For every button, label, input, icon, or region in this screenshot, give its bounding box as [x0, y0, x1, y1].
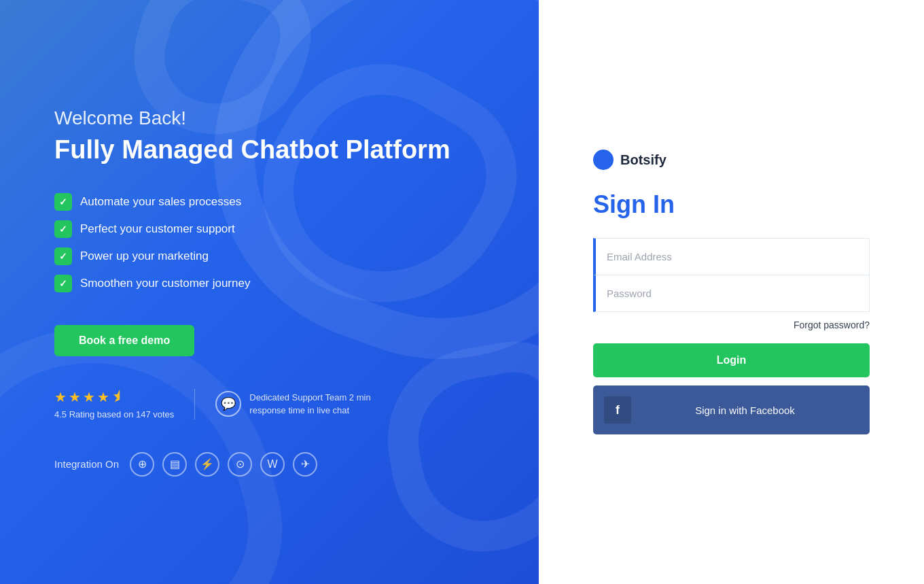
facebook-login-button[interactable]: f Sign in with Facebook — [593, 385, 870, 434]
chat-icon-integration: ▤ — [162, 452, 187, 477]
left-panel: Welcome Back! Fully Managed Chatbot Plat… — [0, 0, 539, 584]
feature-item-1: ✓ Automate your sales processes — [54, 193, 484, 211]
stats-row: ★ ★ ★ ★ ⯨ 4.5 Rating based on 147 votes … — [54, 389, 484, 419]
feature-item-3: ✓ Power up your marketing — [54, 247, 484, 265]
feature-item-4: ✓ Smoothen your customer journey — [54, 275, 484, 292]
support-text: Dedicated Support Team 2 minresponse tim… — [249, 391, 370, 417]
check-icon-4: ✓ — [54, 275, 72, 292]
feature-item-2: ✓ Perfect your customer support — [54, 220, 484, 238]
globe-icon: ⊙ — [228, 452, 252, 477]
forgot-password-row: Forgot password? — [593, 319, 870, 331]
support-block: 💬 Dedicated Support Team 2 minresponse t… — [195, 391, 370, 417]
logo-text: Botsify — [620, 152, 667, 168]
integration-icons: ⊕ ▤ ⚡ ⊙ W ✈ — [130, 452, 317, 477]
star-4: ★ — [97, 389, 109, 405]
star-2: ★ — [69, 389, 81, 405]
check-icon-3: ✓ — [54, 247, 72, 265]
email-input[interactable] — [596, 239, 869, 275]
facebook-button-label: Sign in with Facebook — [631, 405, 859, 416]
integration-label: Integration On — [54, 458, 119, 470]
check-icon-2: ✓ — [54, 220, 72, 238]
rating-block: ★ ★ ★ ★ ⯨ 4.5 Rating based on 147 votes — [54, 389, 195, 419]
whatsapp-icon: ⊕ — [130, 452, 154, 477]
login-form — [593, 238, 870, 312]
star-1: ★ — [54, 389, 67, 405]
chat-icon: 💬 — [215, 391, 241, 417]
logo-icon — [593, 150, 614, 170]
facebook-icon: f — [604, 396, 631, 424]
logo-row: Botsify — [593, 150, 870, 170]
check-icon-1: ✓ — [54, 193, 72, 211]
features-list: ✓ Automate your sales processes ✓ Perfec… — [54, 193, 484, 292]
login-button[interactable]: Login — [593, 343, 870, 377]
password-input[interactable] — [596, 275, 869, 311]
star-half: ⯨ — [111, 389, 125, 405]
telegram-icon: ✈ — [293, 452, 317, 477]
star-3: ★ — [83, 389, 95, 405]
demo-button[interactable]: Book a free demo — [54, 325, 194, 356]
forgot-password-link[interactable]: Forgot password? — [794, 320, 870, 330]
rating-text: 4.5 Rating based on 147 votes — [54, 409, 174, 419]
stars: ★ ★ ★ ★ ⯨ — [54, 389, 174, 405]
email-input-wrapper — [593, 238, 870, 275]
password-input-wrapper — [593, 275, 870, 312]
integration-row: Integration On ⊕ ▤ ⚡ ⊙ W ✈ — [54, 452, 484, 477]
welcome-text: Welcome Back! — [54, 107, 484, 129]
wordpress-icon: W — [260, 452, 285, 477]
platform-title: Fully Managed Chatbot Platform — [54, 135, 484, 166]
messenger-icon: ⚡ — [195, 452, 219, 477]
right-panel: Botsify Sign In Forgot password? Login f… — [539, 0, 924, 584]
sign-in-title: Sign In — [593, 190, 870, 219]
